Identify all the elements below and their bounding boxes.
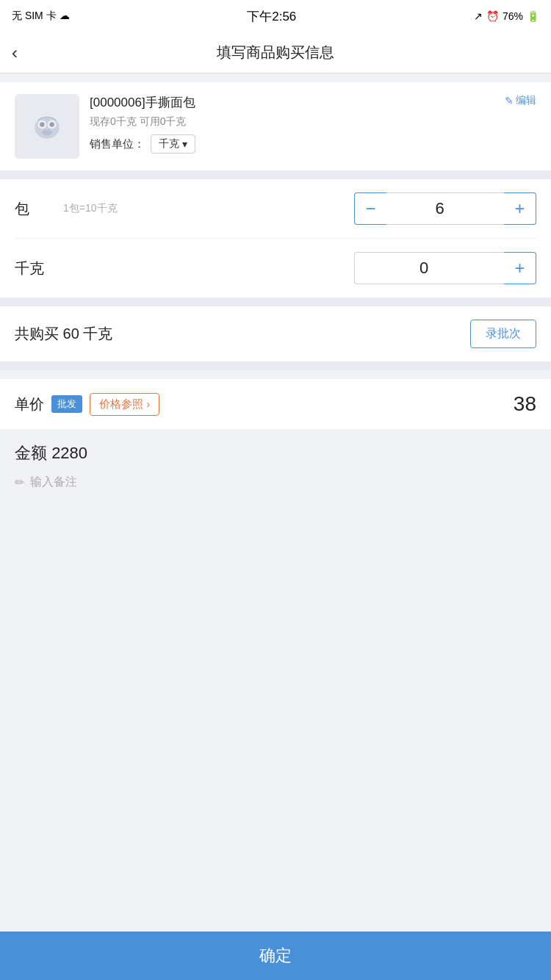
status-right: ↗ ⏰ 76% 🔋 (474, 10, 539, 22)
kg-input-row: 千克 + (15, 239, 536, 298)
product-card: [0000006]手撕面包 现存0千克 可用0千克 销售单位： 千克 ▾ ✎ 编… (0, 82, 551, 170)
pencil-icon: ✏ (15, 475, 24, 489)
svg-point-5 (42, 129, 51, 135)
price-value: 38 (514, 392, 536, 416)
price-section: 单价 批发 价格参照 › 38 (0, 379, 551, 429)
edit-button[interactable]: ✎ 编辑 (505, 94, 536, 107)
confirm-button[interactable]: 确定 (0, 932, 551, 980)
main-content: 无 SIM 卡 ☁ 下午2:56 ↗ ⏰ 76% 🔋 ‹ 填写商品购买信息 (0, 0, 551, 546)
remark-row[interactable]: ✏ 输入备注 (15, 475, 536, 490)
total-row: 共购买 60 千克 录批次 (0, 306, 551, 361)
alarm-icon: ⏰ (486, 10, 499, 22)
product-logo-icon (29, 108, 65, 145)
kg-plus-button[interactable]: + (504, 252, 536, 284)
bao-quantity-input[interactable] (386, 192, 504, 225)
bao-input-row: 包 1包=10千克 − + (15, 179, 536, 239)
location-icon: ↗ (474, 10, 483, 22)
edit-icon: ✎ (505, 95, 514, 107)
amount-label: 金额 (15, 444, 47, 462)
unit-select[interactable]: 千克 ▾ (151, 134, 195, 154)
price-tag: 批发 (51, 395, 82, 413)
amount-number: 2280 (51, 444, 87, 462)
battery-text: 76% (503, 10, 523, 22)
product-image (15, 94, 79, 159)
chevron-down-icon: ▾ (182, 138, 187, 150)
svg-point-3 (40, 122, 45, 127)
unit-label: 销售单位： (90, 137, 145, 151)
back-button[interactable]: ‹ (12, 43, 18, 63)
status-bar: 无 SIM 卡 ☁ 下午2:56 ↗ ⏰ 76% 🔋 (0, 0, 551, 32)
bao-plus-button[interactable]: + (504, 192, 536, 225)
status-left: 无 SIM 卡 ☁ (12, 10, 70, 23)
amount-row: 金额 2280 (15, 442, 536, 464)
remark-placeholder: 输入备注 (30, 475, 77, 490)
bao-sublabel: 1包=10千克 (63, 202, 354, 215)
price-reference-button[interactable]: 价格参照 › (90, 393, 159, 416)
amount-section: 金额 2280 ✏ 输入备注 (0, 429, 551, 497)
bao-label: 包 (15, 199, 59, 219)
record-batch-button[interactable]: 录批次 (470, 320, 536, 348)
status-time: 下午2:56 (247, 8, 296, 25)
input-section: 包 1包=10千克 − + 千克 + (0, 179, 551, 298)
product-card-wrapper: [0000006]手撕面包 现存0千克 可用0千克 销售单位： 千克 ▾ ✎ 编… (0, 82, 551, 170)
section-divider-3 (0, 361, 551, 370)
bao-minus-button[interactable]: − (354, 192, 386, 225)
battery-icon: 🔋 (527, 10, 539, 22)
svg-point-4 (49, 122, 54, 127)
section-divider-2 (0, 298, 551, 306)
kg-quantity-input[interactable] (354, 252, 504, 284)
total-label: 共购买 60 千克 (15, 324, 112, 344)
bao-controls: − + (354, 192, 536, 225)
edit-label: 编辑 (516, 94, 536, 107)
page-title: 填写商品购买信息 (217, 43, 334, 62)
unit-value: 千克 (159, 137, 179, 151)
product-info: [0000006]手撕面包 现存0千克 可用0千克 销售单位： 千克 ▾ (90, 94, 536, 154)
kg-controls: + (354, 252, 536, 284)
section-divider-1 (0, 170, 551, 179)
price-label: 单价 (15, 394, 44, 414)
product-unit-row: 销售单位： 千克 ▾ (90, 134, 536, 154)
product-stock: 现存0千克 可用0千克 (90, 115, 536, 129)
kg-label: 千克 (15, 259, 59, 278)
product-name: [0000006]手撕面包 (90, 94, 536, 111)
nav-bar: ‹ 填写商品购买信息 (0, 32, 551, 73)
